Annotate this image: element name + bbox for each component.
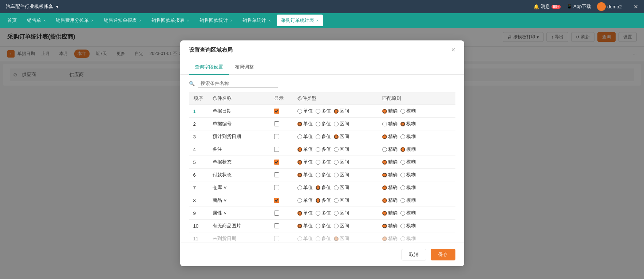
- tab-sales-collection[interactable]: 销售回款统计 ×: [195, 15, 237, 26]
- type-radio-item[interactable]: 单值: [297, 108, 313, 114]
- display-checkbox[interactable]: [274, 172, 279, 177]
- tab-sales-close[interactable]: ×: [43, 18, 46, 23]
- type-radio[interactable]: [334, 236, 339, 241]
- display-checkbox[interactable]: [274, 211, 279, 216]
- match-radio-item[interactable]: 模糊: [400, 223, 416, 229]
- dropdown-icon[interactable]: ▾: [56, 4, 59, 9]
- type-radio-item[interactable]: 多值: [316, 133, 331, 140]
- type-radio[interactable]: [316, 134, 320, 139]
- match-radio[interactable]: [400, 109, 405, 114]
- display-checkbox-label[interactable]: [274, 236, 289, 241]
- tab-sales-expense-close[interactable]: ×: [91, 18, 93, 23]
- type-radio-item[interactable]: 多值: [316, 197, 331, 204]
- match-radio-item[interactable]: 精确: [382, 172, 398, 178]
- match-radio-item[interactable]: 模糊: [400, 146, 416, 153]
- type-radio-item[interactable]: 多值: [316, 108, 331, 114]
- match-radio[interactable]: [382, 185, 387, 190]
- match-radio[interactable]: [400, 224, 405, 228]
- type-radio[interactable]: [297, 236, 302, 241]
- type-radio[interactable]: [297, 211, 302, 216]
- type-radio[interactable]: [334, 224, 339, 228]
- tab-sales[interactable]: 销售单 ×: [23, 15, 50, 26]
- type-radio-item[interactable]: 多值: [316, 184, 331, 191]
- match-radio-item[interactable]: 模糊: [400, 159, 416, 165]
- type-radio[interactable]: [297, 224, 302, 228]
- display-checkbox[interactable]: [274, 223, 279, 228]
- match-radio[interactable]: [400, 160, 405, 165]
- display-checkbox[interactable]: [274, 109, 279, 114]
- match-radio[interactable]: [400, 236, 405, 241]
- tab-sales-payment[interactable]: 销售回款单报表 ×: [147, 15, 193, 26]
- match-radio[interactable]: [400, 185, 405, 190]
- type-radio[interactable]: [297, 122, 302, 126]
- type-radio-item[interactable]: 区间: [334, 108, 349, 114]
- type-radio-item[interactable]: 区间: [334, 197, 349, 204]
- display-checkbox-label[interactable]: [274, 134, 289, 139]
- type-radio-item[interactable]: 单值: [297, 172, 313, 178]
- type-radio-item[interactable]: 多值: [316, 235, 331, 242]
- type-radio-item[interactable]: 单值: [297, 197, 313, 204]
- display-checkbox[interactable]: [274, 147, 279, 152]
- type-radio[interactable]: [334, 147, 339, 152]
- tab-sales-stats[interactable]: 销售单统计 ×: [238, 15, 275, 26]
- type-radio-item[interactable]: 多值: [316, 210, 331, 216]
- type-radio-item[interactable]: 区间: [334, 121, 349, 127]
- type-radio[interactable]: [297, 109, 302, 114]
- modal-tab-query-fields[interactable]: 查询字段设置: [189, 60, 229, 75]
- type-radio-item[interactable]: 单值: [297, 223, 313, 229]
- match-radio-item[interactable]: 精确: [382, 108, 398, 114]
- type-radio[interactable]: [316, 122, 320, 126]
- match-radio-item[interactable]: 模糊: [400, 121, 416, 127]
- search-input[interactable]: [198, 79, 278, 88]
- notification-area[interactable]: 🔔 消息 99+: [533, 3, 561, 10]
- save-button[interactable]: 保存: [431, 249, 455, 260]
- match-radio-item[interactable]: 模糊: [400, 210, 416, 216]
- match-radio-item[interactable]: 精确: [382, 223, 398, 229]
- match-radio-item[interactable]: 模糊: [400, 172, 416, 178]
- match-radio-item[interactable]: 精确: [382, 210, 398, 216]
- match-radio-item[interactable]: 精确: [382, 159, 398, 165]
- type-radio[interactable]: [334, 160, 339, 165]
- display-checkbox-label[interactable]: [274, 121, 289, 126]
- match-radio[interactable]: [382, 173, 387, 177]
- match-radio[interactable]: [382, 211, 387, 216]
- match-radio-item[interactable]: 模糊: [400, 108, 416, 114]
- tab-sales-payment-close[interactable]: ×: [187, 18, 189, 23]
- type-radio-item[interactable]: 单值: [297, 184, 313, 191]
- type-radio-item[interactable]: 单值: [297, 159, 313, 165]
- display-checkbox-label[interactable]: [274, 211, 289, 216]
- display-checkbox[interactable]: [274, 198, 279, 203]
- type-radio[interactable]: [316, 224, 320, 228]
- type-radio-item[interactable]: 单值: [297, 210, 313, 216]
- match-radio-item[interactable]: 模糊: [400, 133, 416, 140]
- display-checkbox-label[interactable]: [274, 172, 289, 177]
- modal-close-button[interactable]: ×: [451, 46, 455, 54]
- match-radio[interactable]: [382, 134, 387, 139]
- type-radio[interactable]: [334, 185, 339, 190]
- display-checkbox-label[interactable]: [274, 223, 289, 228]
- match-radio[interactable]: [382, 109, 387, 114]
- type-radio[interactable]: [334, 134, 339, 139]
- type-radio-item[interactable]: 区间: [334, 184, 349, 191]
- top-close-button[interactable]: ✕: [633, 3, 638, 10]
- tab-purchase-stats-close[interactable]: ×: [316, 18, 319, 23]
- type-radio-item[interactable]: 多值: [316, 223, 331, 229]
- match-radio-item[interactable]: 精确: [382, 121, 398, 127]
- type-radio-item[interactable]: 多值: [316, 146, 331, 153]
- match-radio[interactable]: [382, 147, 387, 152]
- type-radio-item[interactable]: 单值: [297, 133, 313, 140]
- cancel-button[interactable]: 取消: [402, 249, 426, 260]
- match-radio[interactable]: [400, 147, 405, 152]
- type-radio[interactable]: [316, 160, 320, 165]
- tab-sales-collection-close[interactable]: ×: [230, 18, 232, 23]
- type-radio-item[interactable]: 区间: [334, 210, 349, 216]
- display-checkbox-label[interactable]: [274, 160, 289, 165]
- type-radio[interactable]: [334, 211, 339, 216]
- type-radio[interactable]: [316, 109, 320, 114]
- user-avatar[interactable]: demo2: [597, 2, 622, 11]
- app-download[interactable]: 📱 App下载: [566, 3, 591, 10]
- match-radio-item[interactable]: 模糊: [400, 235, 416, 242]
- type-radio-item[interactable]: 多值: [316, 121, 331, 127]
- display-checkbox-label[interactable]: [274, 147, 289, 152]
- type-radio[interactable]: [316, 211, 320, 216]
